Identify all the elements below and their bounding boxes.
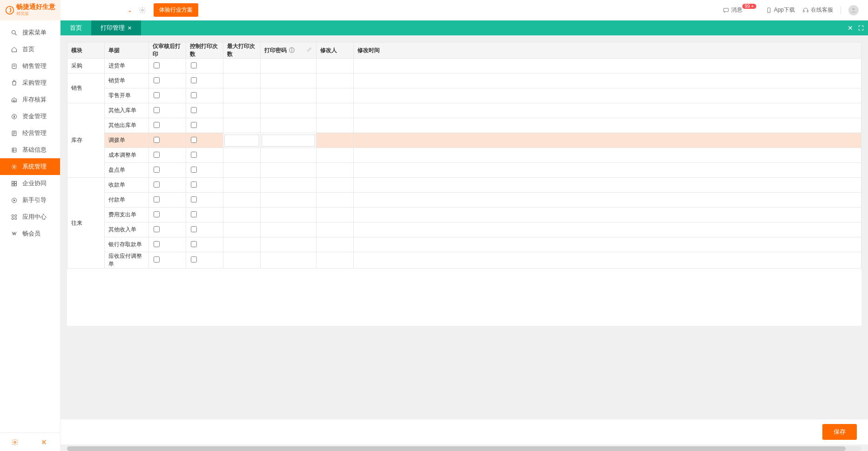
doc-cell: 销货单: [105, 74, 149, 88]
sidebar-item-guide[interactable]: 新手引导: [0, 192, 60, 209]
sidebar-item-sales[interactable]: 销售管理: [0, 58, 60, 74]
messages-link[interactable]: 消息 99 +: [723, 6, 758, 14]
help-icon[interactable]: ⓘ: [289, 47, 295, 54]
control-count-checkbox[interactable]: [191, 137, 197, 143]
audit-only-checkbox[interactable]: [154, 137, 160, 143]
audit-only-checkbox[interactable]: [154, 241, 160, 247]
tab-0[interactable]: 首页: [61, 20, 91, 35]
control-count-checkbox[interactable]: [191, 182, 197, 188]
max-count-cell[interactable]: [223, 103, 261, 118]
sidebar-item-apps[interactable]: 应用中心: [0, 209, 60, 225]
audit-only-checkbox[interactable]: [154, 62, 160, 68]
control-count-checkbox[interactable]: [191, 167, 197, 173]
password-cell[interactable]: [261, 88, 316, 103]
control-count-checkbox[interactable]: [191, 92, 197, 98]
save-button[interactable]: 保存: [822, 424, 857, 440]
sidebar-item-home[interactable]: 首页: [0, 41, 60, 58]
password-cell[interactable]: [261, 208, 316, 222]
max-count-cell[interactable]: [223, 163, 261, 178]
max-count-cell[interactable]: [223, 118, 261, 133]
audit-only-checkbox[interactable]: [154, 92, 160, 98]
org-selector[interactable]: ⌄: [61, 7, 132, 13]
scrollbar-thumb[interactable]: [67, 446, 846, 451]
max-count-cell[interactable]: [223, 252, 261, 269]
control-count-checkbox[interactable]: [191, 77, 197, 83]
max-count-cell[interactable]: [223, 148, 261, 163]
password-cell[interactable]: [261, 59, 316, 74]
control-count-checkbox[interactable]: [191, 107, 197, 113]
password-input[interactable]: [262, 135, 315, 147]
control-count-checkbox[interactable]: [191, 196, 197, 202]
audit-only-checkbox[interactable]: [154, 107, 160, 113]
sidebar-item-finance[interactable]: 资金管理: [0, 108, 60, 125]
fullscreen-icon[interactable]: [858, 25, 864, 31]
sidebar-item-operation[interactable]: 经营管理: [0, 125, 60, 141]
max-count-cell[interactable]: [223, 88, 261, 103]
user-menu[interactable]: [848, 5, 861, 15]
password-cell[interactable]: [261, 163, 316, 178]
sidebar-item-system[interactable]: 系统管理: [0, 158, 60, 175]
collapse-icon[interactable]: [41, 438, 49, 446]
modified-at-cell: [354, 252, 861, 269]
audit-only-checkbox[interactable]: [154, 122, 160, 128]
max-count-cell[interactable]: [223, 222, 261, 237]
audit-only-checkbox[interactable]: [154, 182, 160, 188]
close-all-tabs-icon[interactable]: ✕: [848, 24, 853, 32]
password-cell[interactable]: [261, 118, 316, 133]
sidebar-item-purchase[interactable]: 采购管理: [0, 74, 60, 91]
gear-icon[interactable]: [139, 7, 146, 14]
audit-only-checkbox[interactable]: [154, 226, 160, 232]
online-service-link[interactable]: 在线客服: [802, 6, 833, 14]
max-count-cell[interactable]: [223, 237, 261, 252]
password-cell[interactable]: [261, 237, 316, 252]
password-cell[interactable]: [261, 74, 316, 88]
audit-only-checkbox[interactable]: [154, 211, 160, 217]
max-count-cell[interactable]: [223, 193, 261, 208]
sidebar-item-label: 新手引导: [22, 196, 47, 204]
control-count-checkbox[interactable]: [191, 226, 197, 232]
audit-only-checkbox[interactable]: [154, 152, 160, 158]
audit-only-checkbox[interactable]: [154, 256, 160, 263]
modified-at-cell: [354, 118, 861, 133]
app-download-link[interactable]: App下载: [766, 6, 795, 14]
try-industry-button[interactable]: 体验行业方案: [154, 3, 198, 17]
control-count-checkbox[interactable]: [191, 62, 197, 68]
sidebar-item-enterprise[interactable]: 企业协同: [0, 175, 60, 192]
max-count-cell[interactable]: [223, 59, 261, 74]
password-cell[interactable]: [261, 222, 316, 237]
th-modified-at: 修改时间: [354, 42, 861, 59]
brand-icon: [5, 6, 14, 15]
svg-rect-15: [12, 181, 13, 183]
tab-1[interactable]: 打印管理✕: [91, 20, 141, 35]
password-cell[interactable]: [261, 193, 316, 208]
max-count-cell[interactable]: [223, 74, 261, 88]
settings-icon[interactable]: [11, 438, 19, 446]
control-count-checkbox[interactable]: [191, 152, 197, 158]
sidebar-item-search[interactable]: 搜索菜单: [0, 24, 60, 41]
password-cell[interactable]: [261, 178, 316, 193]
audit-only-checkbox[interactable]: [154, 167, 160, 173]
audit-only-checkbox[interactable]: [154, 196, 160, 202]
max-count-input[interactable]: [224, 135, 259, 147]
password-cell[interactable]: [261, 103, 316, 118]
sidebar-item-basic[interactable]: 基础信息: [0, 141, 60, 158]
table-row: 库存其他入库单: [67, 103, 861, 118]
modifier-cell: [316, 237, 354, 252]
control-count-checkbox[interactable]: [191, 122, 197, 128]
modified-at-cell: [354, 237, 861, 252]
table-row: 付款单: [67, 193, 861, 208]
max-count-cell[interactable]: [223, 178, 261, 193]
password-cell[interactable]: [261, 148, 316, 163]
audit-only-checkbox[interactable]: [154, 77, 160, 83]
control-count-checkbox[interactable]: [191, 241, 197, 247]
password-cell[interactable]: [261, 252, 316, 269]
sidebar-item-vip[interactable]: 畅会员: [0, 225, 60, 242]
max-count-cell[interactable]: [223, 208, 261, 222]
edit-icon[interactable]: [307, 47, 312, 52]
horizontal-scrollbar[interactable]: [67, 446, 861, 451]
sidebar-item-inventory[interactable]: 库存核算: [0, 91, 60, 108]
close-icon[interactable]: ✕: [128, 25, 132, 31]
control-count-checkbox[interactable]: [191, 256, 197, 263]
doc-cell: 成本调整单: [105, 148, 149, 163]
control-count-checkbox[interactable]: [191, 211, 197, 217]
